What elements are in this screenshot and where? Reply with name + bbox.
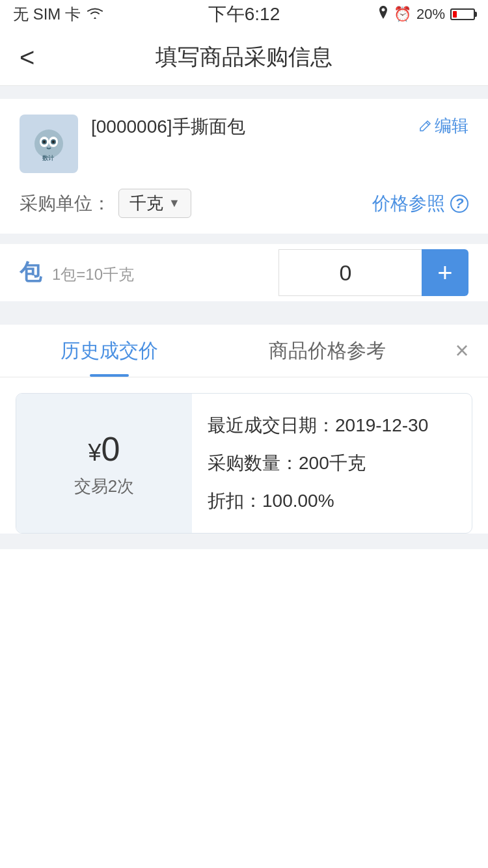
svg-point-0 bbox=[34, 129, 63, 158]
tabs-container: 历史成交价 商品价格参考 × ¥0 交易2次 最近成交日期：2019-12-30… bbox=[0, 325, 488, 534]
price-ref-label: 价格参照 bbox=[372, 191, 445, 216]
quantity-row: 包 1包=10千克 + bbox=[0, 244, 488, 301]
price-ref-button[interactable]: 价格参照 ? bbox=[372, 191, 468, 216]
svg-point-6 bbox=[52, 141, 55, 143]
tab-history-price[interactable]: 历史成交价 bbox=[0, 325, 218, 377]
quantity-label-area: 包 1包=10千克 bbox=[20, 258, 134, 288]
history-price-right: 最近成交日期：2019-12-30 采购数量：200千克 折扣：100.00% bbox=[192, 394, 472, 533]
quantity-plus-button[interactable]: + bbox=[422, 249, 468, 296]
history-price-left: ¥0 交易2次 bbox=[16, 394, 192, 533]
status-time: 下午6:12 bbox=[208, 2, 280, 27]
battery-icon bbox=[450, 8, 475, 20]
unit-dropdown-arrow: ▼ bbox=[169, 197, 180, 210]
unit-select-button[interactable]: 千克 ▼ bbox=[118, 189, 191, 218]
quantity-input-area: + bbox=[278, 249, 468, 296]
purchase-qty-row: 采购数量：200千克 bbox=[208, 450, 456, 477]
location-icon bbox=[378, 6, 388, 23]
tabs-header: 历史成交价 商品价格参考 × bbox=[0, 325, 488, 377]
status-bar: 无 SIM 卡 下午6:12 ⏰ 20% bbox=[0, 0, 488, 29]
product-left: 数计 [0000006]手撕面包 bbox=[20, 115, 245, 173]
quantity-conversion-hint: 1包=10千克 bbox=[52, 264, 134, 285]
tab-price-reference[interactable]: 商品价格参考 bbox=[218, 325, 436, 377]
status-left: 无 SIM 卡 bbox=[13, 4, 104, 25]
nav-bar: < 填写商品采购信息 bbox=[0, 29, 488, 86]
alarm-icon: ⏰ bbox=[394, 6, 411, 23]
edit-icon bbox=[418, 119, 432, 133]
quantity-unit-label: 包 bbox=[20, 258, 42, 288]
svg-text:数计: 数计 bbox=[42, 155, 55, 161]
carrier-text: 无 SIM 卡 bbox=[13, 4, 81, 25]
owl-icon: 数计 bbox=[29, 124, 68, 163]
discount-row: 折扣：100.00% bbox=[208, 487, 456, 515]
white-fill-area bbox=[0, 549, 488, 868]
product-unit-row: 采购单位： 千克 ▼ 价格参照 ? bbox=[20, 189, 468, 218]
back-button[interactable]: < bbox=[20, 44, 34, 70]
unit-value: 千克 bbox=[129, 192, 163, 215]
history-trades-count: 交易2次 bbox=[74, 475, 134, 498]
edit-button[interactable]: 编辑 bbox=[418, 115, 468, 137]
wifi-icon bbox=[86, 5, 104, 23]
price-ref-help-icon: ? bbox=[450, 195, 468, 213]
history-price-value: ¥0 bbox=[88, 429, 120, 468]
page-title: 填写商品采购信息 bbox=[156, 42, 332, 72]
product-header: 数计 [0000006]手撕面包 编辑 bbox=[20, 115, 468, 173]
currency-symbol: ¥ bbox=[88, 439, 102, 466]
svg-point-5 bbox=[43, 141, 46, 143]
product-card: 数计 [0000006]手撕面包 编辑 采购单位： 千克 ▼ 价格参照 ? bbox=[0, 99, 488, 234]
section-divider bbox=[0, 234, 488, 244]
product-thumbnail: 数计 bbox=[20, 115, 78, 173]
status-right: ⏰ 20% bbox=[378, 6, 475, 23]
history-price-card: ¥0 交易2次 最近成交日期：2019-12-30 采购数量：200千克 折扣：… bbox=[16, 393, 472, 534]
tab-close-button[interactable]: × bbox=[436, 325, 488, 377]
battery-percent: 20% bbox=[416, 6, 445, 23]
unit-selector-area: 采购单位： 千克 ▼ bbox=[20, 189, 191, 218]
section-divider-2 bbox=[0, 301, 488, 312]
unit-label: 采购单位： bbox=[20, 191, 111, 216]
quantity-input[interactable] bbox=[278, 249, 422, 296]
recent-date-row: 最近成交日期：2019-12-30 bbox=[208, 412, 456, 439]
product-name: [0000006]手撕面包 bbox=[91, 115, 245, 139]
